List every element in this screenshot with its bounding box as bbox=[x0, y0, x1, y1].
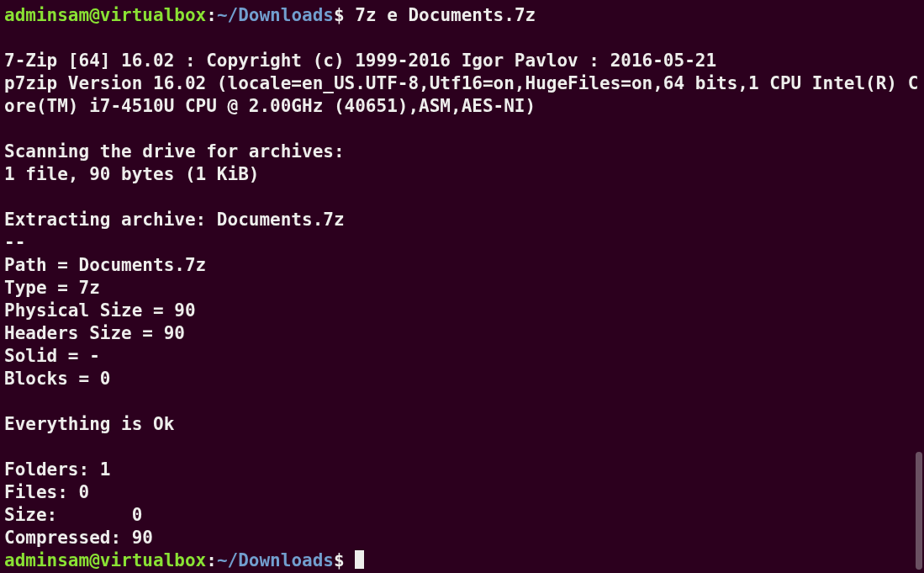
output-path: Path = Documents.7z bbox=[4, 255, 206, 275]
output-size: Size: 0 bbox=[4, 505, 142, 525]
output-type: Type = 7z bbox=[4, 278, 100, 298]
output-physical-size: Physical Size = 90 bbox=[4, 300, 196, 321]
cursor-icon[interactable] bbox=[355, 550, 364, 569]
output-compressed: Compressed: 90 bbox=[4, 528, 153, 548]
output-file-count: 1 file, 90 bytes (1 KiB) bbox=[4, 164, 259, 184]
output-scanning: Scanning the drive for archives: bbox=[4, 141, 345, 162]
prompt-dollar: $ bbox=[334, 550, 355, 570]
output-blocks: Blocks = 0 bbox=[4, 369, 110, 389]
output-headers-size: Headers Size = 90 bbox=[4, 323, 185, 343]
prompt-path: ~/Downloads bbox=[217, 550, 334, 570]
output-status-ok: Everything is Ok bbox=[4, 414, 174, 434]
prompt-sep: : bbox=[206, 5, 217, 25]
terminal-output[interactable]: adminsam@virtualbox:~/Downloads$ 7z e Do… bbox=[4, 4, 920, 572]
prompt-user: adminsam@virtualbox bbox=[4, 550, 206, 570]
prompt-line-2: adminsam@virtualbox:~/Downloads$ bbox=[4, 550, 355, 570]
command-text: 7z e Documents.7z bbox=[355, 5, 536, 25]
prompt-sep: : bbox=[206, 550, 217, 570]
output-p7zip-version: p7zip Version 16.02 (locale=en_US.UTF-8,… bbox=[4, 73, 918, 116]
output-extracting: Extracting archive: Documents.7z bbox=[4, 210, 345, 230]
output-7zip-header: 7-Zip [64] 16.02 : Copyright (c) 1999-20… bbox=[4, 50, 716, 71]
prompt-user: adminsam@virtualbox bbox=[4, 5, 206, 25]
output-dashes: -- bbox=[4, 232, 25, 252]
output-files: Files: 0 bbox=[4, 482, 89, 502]
output-folders: Folders: 1 bbox=[4, 459, 110, 480]
scrollbar[interactable] bbox=[914, 0, 924, 573]
scrollbar-thumb[interactable] bbox=[916, 452, 922, 570]
output-solid: Solid = - bbox=[4, 346, 100, 366]
prompt-dollar: $ bbox=[334, 5, 355, 25]
prompt-line-1: adminsam@virtualbox:~/Downloads$ 7z e Do… bbox=[4, 5, 536, 25]
prompt-path: ~/Downloads bbox=[217, 5, 334, 25]
